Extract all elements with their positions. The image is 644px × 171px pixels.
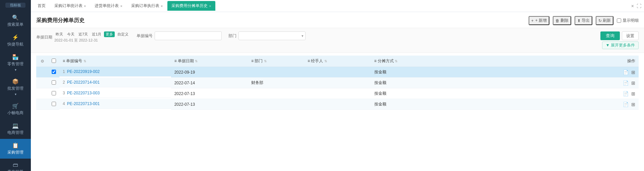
content-area: 采购费用分摊单历史 + + 新增 🗑 删除 ⬆ 导出 ↻ 刷新 bbox=[31, 12, 644, 171]
row-ops-3: 📄 ⊞ bbox=[612, 88, 639, 99]
purchase-icon: 📋 bbox=[12, 142, 19, 149]
th-handler[interactable]: ≡ 经手人 ⇅ bbox=[304, 56, 371, 67]
delete-icon: 🗑 bbox=[555, 18, 559, 23]
row-docno-3: 3 PE-20220713-003 bbox=[59, 88, 171, 98]
th-split[interactable]: ≡ 分摊方式 ⇅ bbox=[371, 56, 612, 67]
delete-button[interactable]: 🗑 删除 bbox=[553, 16, 571, 25]
row-handler-4 bbox=[304, 99, 371, 110]
row-more-button-2[interactable]: ⊞ bbox=[631, 80, 635, 86]
row-action-icons-2: 📄 ⊞ bbox=[615, 80, 635, 86]
row-checkbox-2[interactable] bbox=[52, 80, 56, 85]
tab-purchase-stat[interactable]: 采购订单统计表 × bbox=[50, 1, 90, 11]
mini-icon: 🛒 bbox=[12, 103, 19, 109]
sidebar: 指标板 🔍 搜索菜单 ⚡ 快捷导航 🏪 零售管理 ▾ 📦 批发管理 ▾ 🛒 小畅… bbox=[0, 0, 31, 171]
th-date[interactable]: ≡ 单据日期 ⇅ bbox=[171, 56, 248, 67]
row-ops-1: 📄 ⊞ bbox=[612, 67, 639, 78]
th-ops: 操作 bbox=[612, 56, 639, 67]
row-more-button-1[interactable]: ⊞ bbox=[631, 70, 635, 75]
tab-inbound-stat[interactable]: 进货单统计表 × bbox=[91, 1, 126, 11]
row-docno-link-2[interactable]: PE-20220714-001 bbox=[67, 80, 100, 85]
row-edit-button-1[interactable]: 📄 bbox=[623, 70, 629, 75]
select-all-checkbox[interactable] bbox=[52, 59, 56, 63]
table-header-row: ⚙ ≡ 单据编号 ⇅ ≡ 单据日期 ⇅ bbox=[36, 56, 639, 67]
export-button[interactable]: ⬆ 导出 bbox=[575, 16, 592, 25]
sidebar-item-label: 电商管理 bbox=[7, 130, 23, 136]
tab-purchase-cost-close[interactable]: × bbox=[209, 4, 211, 8]
sort-dept-icon: ⇅ bbox=[264, 59, 267, 63]
tab-bar-actions: × ⛶ bbox=[631, 3, 641, 9]
dept-filter-input[interactable] bbox=[238, 31, 306, 40]
expand-filter-button[interactable]: ▼ 展开更多条件 bbox=[602, 41, 639, 49]
row-handler-3 bbox=[304, 88, 371, 99]
sidebar-item-label: 批发管理 bbox=[7, 86, 23, 91]
tab-home[interactable]: 首页 bbox=[34, 1, 50, 11]
date-btn-1month[interactable]: 近1月 bbox=[91, 31, 103, 37]
row-more-button-3[interactable]: ⊞ bbox=[631, 91, 635, 96]
refresh-button[interactable]: ↻ 刷新 bbox=[596, 16, 613, 25]
th-docno[interactable]: ≡ 单据编号 ⇅ bbox=[59, 56, 171, 67]
show-detail-checkbox-label[interactable]: 显示明细 bbox=[617, 18, 639, 23]
row-docno-link-1[interactable]: PE-20220919-002 bbox=[67, 69, 100, 74]
refresh-icon: ↻ bbox=[598, 18, 602, 23]
tab-home-label: 首页 bbox=[38, 3, 46, 9]
tab-fullscreen-button[interactable]: ⛶ bbox=[637, 3, 641, 9]
tab-purchase-exec-close[interactable]: × bbox=[161, 4, 163, 8]
row-edit-button-3[interactable]: 📄 bbox=[623, 91, 629, 96]
sidebar-item-purchase[interactable]: 📋 采购管理 bbox=[0, 139, 31, 159]
dept-filter-label: 部门 bbox=[228, 33, 236, 39]
date-btn-yesterday[interactable]: 昨天 bbox=[54, 31, 64, 37]
filter-group-docno: 单据编号 bbox=[137, 31, 222, 40]
row-ops-4: 📄 ⊞ bbox=[612, 99, 639, 110]
show-detail-checkbox[interactable] bbox=[617, 18, 621, 23]
search-icon: 🔍 bbox=[12, 14, 19, 21]
docno-filter-label: 单据编号 bbox=[137, 33, 153, 39]
th-gear[interactable]: ⚙ bbox=[36, 56, 48, 67]
sidebar-item-mini[interactable]: 🛒 小畅电商 bbox=[0, 99, 31, 119]
row-dept-2: 财务部 bbox=[248, 78, 304, 88]
tab-purchase-stat-close[interactable]: × bbox=[84, 4, 86, 8]
row-date-1: 2022-09-19 bbox=[171, 67, 248, 78]
query-button[interactable]: 查询 bbox=[600, 31, 620, 40]
row-split-4: 按金额 bbox=[371, 99, 612, 110]
row-checkbox-4[interactable] bbox=[52, 102, 56, 106]
filter-date-range: 昨天 今天 近7天 近1月 更多 自定义 2022-01-01 至 2022-1… bbox=[54, 31, 130, 43]
tab-purchase-cost[interactable]: 采购费用分摊单历史 × bbox=[167, 1, 215, 11]
table-row: 3 PE-20220713-003 2022-07-13 按金额 📄 ⊞ bbox=[36, 88, 639, 99]
filter-area: 单据日期 昨天 今天 近7天 近1月 更多 自定义 2022-01-01 至 2… bbox=[31, 28, 644, 53]
date-btn-7days[interactable]: 近7天 bbox=[77, 31, 89, 37]
row-dept-4 bbox=[248, 99, 304, 110]
row-action-icons-4: 📄 ⊞ bbox=[615, 102, 635, 107]
date-btn-today[interactable]: 今天 bbox=[66, 31, 76, 37]
row-docno-link-4[interactable]: PE-20220713-001 bbox=[67, 101, 100, 106]
date-btn-more[interactable]: 更多 bbox=[104, 31, 115, 37]
row-checkbox-3[interactable] bbox=[52, 91, 56, 95]
row-edit-button-4[interactable]: 📄 bbox=[623, 102, 629, 107]
row-edit-button-2[interactable]: 📄 bbox=[623, 80, 629, 86]
sidebar-item-wholesale[interactable]: 📦 批发管理 ▾ bbox=[0, 75, 31, 99]
sidebar-item-quick[interactable]: ⚡ 快捷导航 bbox=[0, 31, 31, 51]
row-checkbox-cell-1 bbox=[48, 67, 59, 78]
row-ops-2: 📄 ⊞ bbox=[612, 78, 639, 88]
chevron-down-icon: ▾ bbox=[15, 92, 16, 96]
sidebar-item-label: 快捷导航 bbox=[7, 41, 23, 47]
row-checkbox-1[interactable] bbox=[52, 70, 56, 74]
row-more-button-4[interactable]: ⊞ bbox=[631, 102, 635, 107]
row-num-3: 3 bbox=[63, 91, 65, 95]
row-split-3: 按金额 bbox=[371, 88, 612, 99]
add-button[interactable]: + + 新增 bbox=[529, 16, 549, 25]
sidebar-item-inventory[interactable]: 🗃 库存核算 bbox=[0, 159, 31, 171]
row-docno-link-3[interactable]: PE-20220713-003 bbox=[67, 91, 100, 95]
setting-button[interactable]: 设置 bbox=[622, 31, 639, 40]
filter-row: 单据日期 昨天 今天 近7天 近1月 更多 自定义 2022-01-01 至 2… bbox=[36, 31, 639, 49]
sidebar-item-retail[interactable]: 🏪 零售管理 ▾ bbox=[0, 51, 31, 75]
sidebar-item-ecom[interactable]: 💻 电商管理 bbox=[0, 119, 31, 139]
add-icon: + bbox=[531, 18, 534, 23]
tab-inbound-stat-close[interactable]: × bbox=[120, 4, 122, 8]
date-btn-custom[interactable]: 自定义 bbox=[116, 31, 130, 37]
tab-purchase-exec[interactable]: 采购订单执行表 × bbox=[127, 1, 167, 11]
tab-close-all-button[interactable]: × bbox=[631, 3, 634, 9]
sidebar-item-search[interactable]: 🔍 搜索菜单 bbox=[0, 11, 31, 31]
sidebar-logo: 指标板 bbox=[5, 3, 25, 8]
docno-filter-input[interactable] bbox=[155, 31, 222, 40]
th-dept[interactable]: ≡ 部门 ⇅ bbox=[248, 56, 304, 67]
